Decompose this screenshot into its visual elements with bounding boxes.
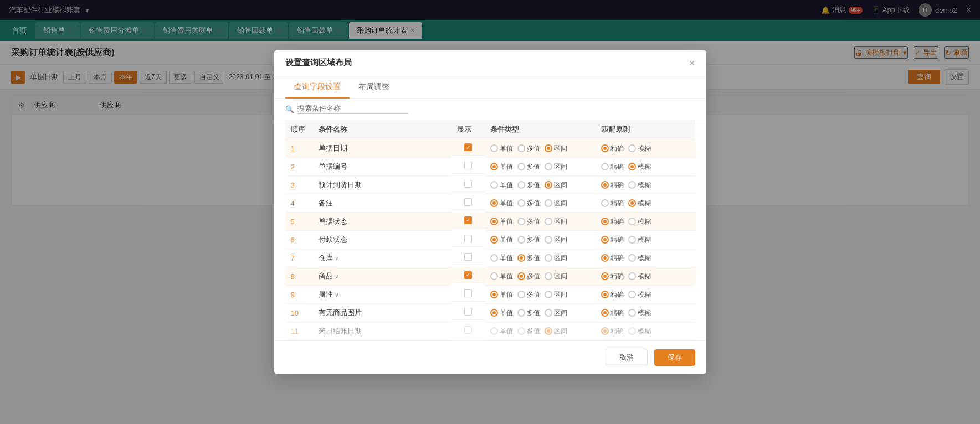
radio-type-区间[interactable]: 区间 [545, 144, 567, 153]
radio-circle [545, 181, 552, 189]
th-match: 匹配原则 [596, 120, 695, 139]
radio-circle [517, 199, 525, 207]
row-order: 4 [285, 194, 313, 212]
radio-circle [490, 163, 498, 170]
checkbox-box[interactable] [464, 198, 472, 206]
radio-circle [490, 199, 498, 207]
radio-type-多值[interactable]: 多值 [517, 144, 540, 153]
row-order: 3 [285, 176, 313, 194]
checkbox-box[interactable] [464, 180, 472, 188]
row-show-checkbox[interactable]: ✓ [451, 139, 485, 156]
radio-match-精确[interactable]: 精确 [601, 199, 624, 208]
table-row: 1单据日期✓单值多值区间精确模糊 [285, 139, 695, 158]
table-row: 4备注单值多值区间精确模糊 [285, 194, 695, 212]
radio-match-模糊[interactable]: 模糊 [628, 180, 651, 190]
row-match: 精确模糊 [596, 158, 695, 176]
search-icon: 🔍 [285, 105, 294, 113]
row-order: 2 [285, 158, 313, 176]
conditions-table: 顺序 条件名称 显示 条件类型 匹配原则 1单据日期✓单值多值区间精确模糊2单据… [285, 120, 695, 211]
row-show-checkbox[interactable] [451, 176, 485, 192]
radio-match-模糊[interactable]: 模糊 [628, 199, 651, 208]
th-name: 条件名称 [313, 120, 451, 139]
tab-layout-adjust-label: 布局调整 [358, 82, 389, 91]
row-name: 单据编号 [313, 158, 451, 176]
row-type: 单值多值区间 [485, 176, 596, 194]
radio-circle [628, 144, 636, 152]
modal-header: 设置查询区域布局 × [274, 50, 706, 76]
row-match: 精确模糊 [596, 176, 695, 194]
radio-circle [545, 199, 552, 207]
row-name: 预计到货日期 [313, 176, 451, 194]
table-row: 3预计到货日期单值多值区间精确模糊 [285, 176, 695, 194]
table-row: 2单据编号单值多值区间精确模糊 [285, 158, 695, 176]
radio-circle [517, 163, 525, 170]
radio-circle [628, 163, 636, 170]
tab-layout-adjust[interactable]: 布局调整 [350, 76, 398, 99]
radio-circle [601, 181, 609, 189]
checkbox-box[interactable] [464, 162, 472, 169]
radio-type-多值[interactable]: 多值 [517, 162, 540, 172]
row-show-checkbox[interactable] [451, 194, 485, 210]
radio-type-区间[interactable]: 区间 [545, 199, 567, 208]
modal-tabs: 查询字段设置 布局调整 [274, 76, 706, 99]
modal-search-area: 🔍 [274, 99, 706, 120]
checkbox-box[interactable]: ✓ [464, 143, 472, 151]
modal-title: 设置查询区域布局 [285, 58, 352, 68]
radio-circle [628, 199, 636, 207]
radio-type-区间[interactable]: 区间 [545, 162, 567, 172]
search-input[interactable] [297, 104, 408, 114]
radio-circle [490, 181, 498, 189]
radio-match-精确[interactable]: 精确 [601, 162, 624, 172]
row-name: 单据日期 [313, 139, 451, 158]
th-order: 顺序 [285, 120, 313, 139]
row-name: 备注 [313, 194, 451, 212]
radio-type-单值[interactable]: 单值 [490, 162, 513, 172]
radio-match-精确[interactable]: 精确 [601, 180, 624, 190]
radio-type-单值[interactable]: 单值 [490, 144, 513, 153]
radio-circle [601, 199, 609, 207]
settings-modal: 设置查询区域布局 × 查询字段设置 布局调整 🔍 顺序 条件名称 [274, 50, 706, 211]
radio-circle [517, 181, 525, 189]
radio-type-单值[interactable]: 单值 [490, 199, 513, 208]
th-type: 条件类型 [485, 120, 596, 139]
radio-circle [628, 181, 636, 189]
radio-circle [490, 144, 498, 152]
tab-query-fields-label: 查询字段设置 [294, 82, 341, 91]
row-match: 精确模糊 [596, 139, 695, 158]
radio-circle [545, 163, 552, 170]
tab-query-fields[interactable]: 查询字段设置 [285, 76, 350, 99]
row-order: 1 [285, 139, 313, 158]
radio-type-多值[interactable]: 多值 [517, 199, 540, 208]
radio-circle [517, 144, 525, 152]
th-show: 显示 [451, 120, 485, 139]
row-type: 单值多值区间 [485, 139, 596, 158]
row-type: 单值多值区间 [485, 158, 596, 176]
radio-type-单值[interactable]: 单值 [490, 180, 513, 190]
radio-type-多值[interactable]: 多值 [517, 180, 540, 190]
radio-match-精确[interactable]: 精确 [601, 144, 624, 153]
radio-match-模糊[interactable]: 模糊 [628, 144, 651, 153]
radio-match-模糊[interactable]: 模糊 [628, 162, 651, 172]
radio-type-区间[interactable]: 区间 [545, 180, 567, 190]
row-type: 单值多值区间 [485, 194, 596, 212]
radio-circle [601, 163, 609, 170]
modal-close-button[interactable]: × [689, 58, 695, 68]
radio-circle [545, 144, 552, 152]
radio-circle [601, 144, 609, 152]
row-show-checkbox[interactable] [451, 158, 485, 174]
row-match: 精确模糊 [596, 194, 695, 212]
modal-overlay: 设置查询区域布局 × 查询字段设置 布局调整 🔍 顺序 条件名称 [0, 0, 980, 211]
modal-table-wrap: 顺序 条件名称 显示 条件类型 匹配原则 1单据日期✓单值多值区间精确模糊2单据… [274, 120, 706, 211]
